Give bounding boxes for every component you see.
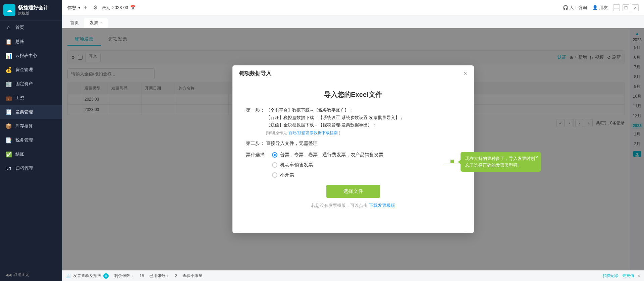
radio-normal-circle [272, 152, 277, 158]
sidebar-item-label: 税务管理 [15, 137, 33, 143]
sidebar-item-label: 首页 [15, 24, 24, 31]
settings-icon[interactable]: ⚙ [93, 4, 98, 11]
step1-label: 第一步： [246, 107, 266, 136]
radio-no-invoice[interactable]: 不开票 [272, 172, 383, 178]
status-close-button[interactable]: × [638, 274, 640, 278]
sidebar-item-fund[interactable]: 💰 资金管理 [0, 63, 62, 77]
sidebar-item-label: 工资 [15, 95, 24, 101]
invoice-check-section: 🧾 发票查验及拍照 ● [66, 273, 109, 279]
sidebar-logo: ☁ 畅捷通好会计 旗舰版 [0, 0, 62, 20]
select-file-button[interactable]: 选择文件 [326, 185, 380, 198]
tooltip-bubble: × 现在支持的票种多了，导入发票时别忘了选择正确的发票类型呀! [461, 152, 541, 172]
verify-limit-label: 查验不限量 [182, 273, 203, 279]
company-selector[interactable]: 你您 ▾ [67, 5, 80, 11]
ticket-select-row: 票种选择： 普票，专票，卷票，通行费发票，农产品销售发票 [246, 152, 461, 178]
ledger-icon: 📋 [5, 38, 12, 45]
user-icon: 👤 [592, 5, 598, 10]
remaining-label: 剩余张数： [114, 273, 134, 279]
user-menu[interactable]: 👤 用友 [592, 5, 608, 11]
radio-no-invoice-label: 不开票 [280, 172, 294, 178]
period-selector[interactable]: 账期 2023-03 📅 [102, 5, 136, 11]
period-value: 2023-03 [112, 5, 128, 10]
salary-icon: 💼 [5, 95, 12, 101]
sidebar-item-ledger[interactable]: 📋 总账 [0, 35, 62, 49]
status-bar: 🧾 发票查验及拍照 ● 剩余张数： 18 已用张数： 2 查验不限量 扣费记录 … [62, 270, 644, 281]
import-modal: 销项数据导入 × 导入您的Excel文件 第一步： 【全电平台】数据下载→【税务… [232, 65, 474, 233]
recharge-button[interactable]: 去充值 [622, 273, 634, 279]
fund-icon: 💰 [5, 66, 12, 73]
company-name: 你您 [67, 5, 76, 11]
consult-button[interactable]: 🎧 人工咨询 [563, 5, 587, 11]
tab-invoice[interactable]: 发票 × [84, 18, 108, 28]
sidebar-item-label: 库存核算 [15, 123, 33, 129]
invoice-icon-small: 🧾 [66, 274, 71, 278]
step2-row: 第二步： 直接导入文件，无需整理 [246, 140, 461, 147]
step1-line-2: 【百旺】税控盘数据下载→【系统设置-系统参数设置-发票批量导入】； [266, 115, 404, 121]
tab-home[interactable]: 首页 [65, 18, 84, 28]
sidebar-item-label: 云报表中心 [15, 53, 37, 59]
sidebar-item-invoice[interactable]: 🧾 发票管理 [0, 105, 62, 119]
content-area: 销项发票 进项发票 ⚙ 导入 认证 ⊕ + 新增 ▷ 视频 ↺ 刷新 [62, 28, 644, 270]
step1-link-row: (详细操作见 百旺/航信发票数据下载指南 ) [266, 130, 404, 136]
step1-row: 第一步： 【全电平台】数据下载→【税务数字账户】； 【百旺】税控盘数据下载→【系… [246, 107, 461, 136]
tab-invoice-label: 发票 [90, 20, 98, 26]
status-right: 扣费记录 去充值 × [603, 273, 640, 279]
main-area: 你您 ▾ + ⚙ 账期 2023-03 📅 🎧 人工咨询 👤 用友 [62, 0, 644, 281]
tooltip-container: × 现在支持的票种多了，导入发票时别忘了选择正确的发票类型呀! [444, 152, 541, 172]
modal-footer: 若您没有发票模版，可以点击 下载发票模版 [246, 203, 461, 209]
add-button[interactable]: + [84, 4, 88, 11]
cloud-report-icon: 📊 [5, 52, 12, 59]
sidebar-item-checkout[interactable]: ✅ 结账 [0, 147, 62, 161]
radio-no-invoice-circle [272, 172, 277, 178]
topbar: 你您 ▾ + ⚙ 账期 2023-03 📅 🎧 人工咨询 👤 用友 [62, 0, 644, 15]
tooltip-close-button[interactable]: × [535, 154, 538, 161]
radio-normal[interactable]: 普票，专票，卷票，通行费发票，农产品销售发票 [272, 152, 383, 158]
step1-content: 【全电平台】数据下载→【税务数字账户】； 【百旺】税控盘数据下载→【系统设置-系… [266, 107, 404, 136]
sidebar-nav: ⌂ 首页 📋 总账 📊 云报表中心 💰 资金管理 🏢 固定资产 💼 工资 [0, 20, 62, 269]
modal-close-button[interactable]: × [464, 70, 467, 77]
sidebar-item-archive[interactable]: 🗂 归档管理 [0, 161, 62, 175]
modal-main-title: 导入您的Excel文件 [246, 90, 461, 99]
modal-overlay: 销项数据导入 × 导入您的Excel文件 第一步： 【全电平台】数据下载→【税务… [62, 28, 644, 270]
tooltip-text: 现在支持的票种多了，导入发票时别忘了选择正确的发票类型呀! [465, 156, 535, 168]
sidebar-footer-cancel-fixed[interactable]: ◀◀ 取消固定 [0, 269, 62, 281]
sidebar-item-salary[interactable]: 💼 工资 [0, 91, 62, 105]
radio-group: 普票，专票，卷票，通行费发票，农产品销售发票 机动车销售发票 [272, 152, 383, 178]
radio-motor[interactable]: 机动车销售发票 [272, 162, 383, 168]
headset-icon: 🎧 [563, 5, 568, 10]
window-controls: — □ × [613, 4, 639, 11]
sidebar-item-cloud-report[interactable]: 📊 云报表中心 [0, 49, 62, 63]
consult-label: 人工咨询 [570, 5, 587, 11]
download-template-link[interactable]: 下载发票模版 [369, 203, 395, 208]
minimize-button[interactable]: — [613, 4, 620, 11]
sidebar-item-fixed-assets[interactable]: 🏢 固定资产 [0, 77, 62, 91]
sidebar-item-label: 总账 [15, 39, 24, 45]
step2-text: 直接导入文件，无需整理 [266, 140, 318, 147]
invoice-icon: 🧾 [5, 109, 12, 115]
company-chevron-icon: ▾ [78, 5, 80, 10]
ticket-select-label: 票种选择： [246, 152, 272, 158]
modal-header: 销项数据导入 × [232, 65, 474, 82]
sidebar: ☁ 畅捷通好会计 旗舰版 ⌂ 首页 📋 总账 📊 云报表中心 💰 资金管理 [0, 0, 62, 281]
tab-close-icon[interactable]: × [100, 21, 102, 25]
logo-title: 畅捷通好会计 [18, 5, 48, 11]
user-label: 用友 [599, 5, 608, 11]
sidebar-item-inventory[interactable]: 📦 库存核算 [0, 119, 62, 133]
sidebar-item-label: 资金管理 [15, 67, 33, 73]
tab-home-label: 首页 [70, 20, 79, 26]
logo-icon: ☁ [3, 4, 15, 16]
recharge-record-link[interactable]: 扣费记录 [603, 273, 619, 279]
checkout-icon: ✅ [5, 151, 12, 158]
sidebar-item-tax[interactable]: 📑 税务管理 [0, 133, 62, 147]
maximize-button[interactable]: □ [623, 4, 629, 11]
download-guide-link[interactable]: 百旺/航信发票数据下载指南 [288, 130, 338, 135]
calendar-icon: 📅 [130, 5, 136, 10]
topbar-right: 🎧 人工咨询 👤 用友 — □ × [563, 4, 639, 11]
sidebar-item-home[interactable]: ⌂ 首页 [0, 20, 62, 35]
tax-icon: 📑 [5, 137, 12, 144]
radio-motor-circle [272, 162, 277, 168]
step2-label: 第二步： [246, 140, 266, 147]
sidebar-item-label: 发票管理 [15, 109, 33, 115]
close-window-button[interactable]: × [632, 4, 639, 11]
tabbar: 首页 发票 × [62, 15, 644, 28]
